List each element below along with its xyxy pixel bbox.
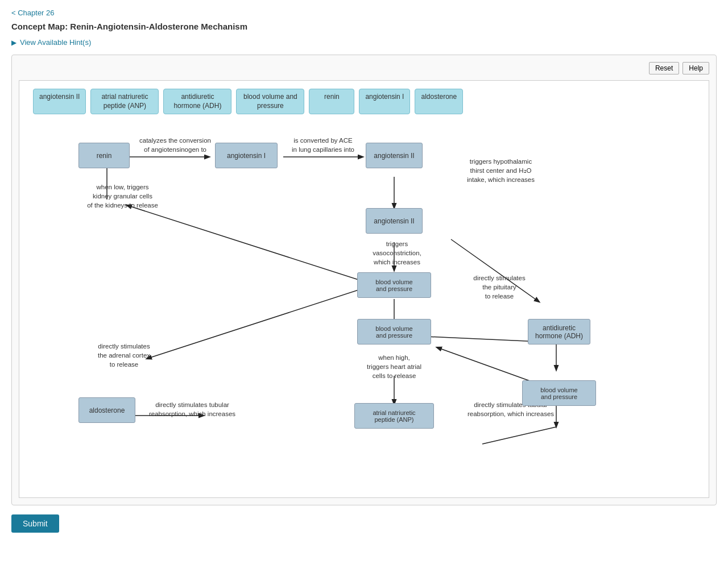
arrows-svg [27, 126, 701, 489]
svg-line-15 [482, 427, 556, 444]
drop-box-angiotensin-ii-top[interactable]: angiotensin II [366, 143, 423, 168]
hint-link[interactable]: View Available Hint(s) [20, 38, 91, 47]
svg-line-7 [127, 205, 374, 285]
term-tile-t5[interactable]: renin [309, 89, 354, 114]
outer-container: Reset Help angiotensin IIatrial natriure… [11, 55, 717, 505]
drop-box-blood-volume-3[interactable]: blood volumeand pressure [522, 380, 596, 406]
label-adrenal: directly stimulatesthe adrenal cortexto … [81, 342, 167, 369]
label-tubular-left: directly stimulates tubularreabsorption,… [144, 400, 241, 418]
drop-box-anp[interactable]: atrial natriureticpeptide (ANP) [354, 403, 434, 429]
term-tile-t1[interactable]: angiotensin II [33, 89, 86, 114]
drop-box-renin[interactable]: renin [78, 143, 130, 168]
label-hypothalamic: triggers hypothalamicthirst center and H… [454, 157, 548, 184]
svg-line-5 [147, 285, 374, 359]
label-when-low: when low, triggerskidney granular cellso… [81, 182, 164, 210]
label-when-high: when high,triggers heart atrialcells to … [354, 353, 434, 380]
chapter-link[interactable]: < Chapter 26 [11, 9, 717, 17]
submit-button[interactable]: Submit [11, 514, 59, 533]
page-title: Concept Map: Renin-Angiotensin-Aldostero… [11, 22, 717, 31]
diagram: renin catalyzes the conversionof angiote… [27, 126, 701, 489]
term-tile-t4[interactable]: blood volume and pressure [236, 89, 304, 114]
reset-button[interactable]: Reset [649, 62, 679, 74]
hint-arrow-icon: ▶ [11, 39, 16, 47]
label-catalyzes: catalyzes the conversionof angiotensinog… [135, 136, 215, 154]
svg-line-14 [414, 336, 539, 342]
label-converted-ace: is converted by ACEin lung capillaries i… [283, 136, 363, 154]
drop-box-angiotensin-i[interactable]: angiotensin I [215, 143, 278, 168]
drop-box-angiotensin-ii-mid[interactable]: angiotensin II [366, 208, 423, 234]
drop-box-blood-volume[interactable]: blood volumeand pressure [357, 272, 431, 298]
drop-box-blood-volume-2[interactable]: blood volumeand pressure [357, 319, 431, 344]
drop-box-adh[interactable]: antidiuretichormone (ADH) [528, 319, 590, 344]
term-tile-t3[interactable]: antidiuretic hormone (ADH) [163, 89, 231, 114]
term-tile-t7[interactable]: aldosterone [415, 89, 463, 114]
terms-row: angiotensin IIatrial natriuretic peptide… [27, 89, 701, 114]
top-bar: Reset Help [19, 62, 709, 74]
help-button[interactable]: Help [682, 62, 709, 74]
term-tile-t6[interactable]: angiotensin I [359, 89, 410, 114]
term-tile-t2[interactable]: atrial natriuretic peptide (ANP) [90, 89, 159, 114]
svg-line-10 [437, 347, 539, 384]
drop-box-aldosterone[interactable]: aldosterone [78, 397, 135, 423]
hint-row: ▶ View Available Hint(s) [11, 38, 717, 47]
label-vasoconstriction: triggersvasoconstriction,which increases [366, 239, 428, 267]
concept-container: angiotensin IIatrial natriuretic peptide… [19, 80, 709, 498]
label-pituitary: directly stimulatesthe pituitaryto relea… [460, 273, 539, 301]
